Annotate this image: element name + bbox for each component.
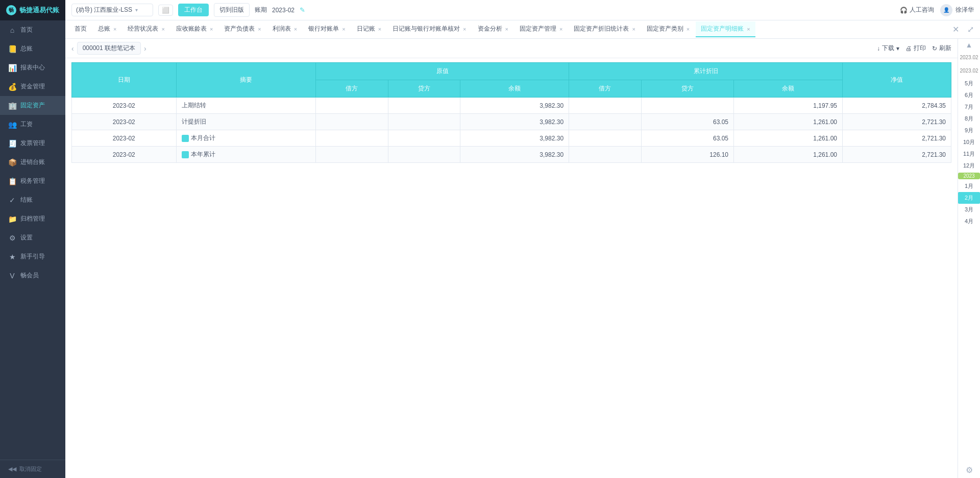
rp-year-badge: 2023: [958, 173, 980, 179]
tab-profit[interactable]: 利润表×: [267, 21, 302, 37]
tab-fa_depr[interactable]: 固定资产折旧统计表×: [569, 21, 640, 37]
cell-net-value: 2,721.30: [842, 147, 951, 163]
rp-month[interactable]: 9月: [958, 125, 980, 136]
tab-fa_class[interactable]: 固定资产类别×: [642, 21, 695, 37]
rp-month[interactable]: 2月: [958, 192, 980, 204]
tab-close-fa_mgmt[interactable]: ×: [559, 26, 562, 32]
rp-month[interactable]: 5月: [958, 78, 980, 89]
sidebar-item-funds[interactable]: 💰资金管理: [0, 77, 65, 96]
tab-close-receivables[interactable]: ×: [210, 26, 213, 32]
tab-fa_mgmt[interactable]: 固定资产管理×: [514, 21, 568, 37]
cell-net-value: 2,784.35: [842, 98, 951, 114]
tab-close-ledger[interactable]: ×: [113, 26, 116, 32]
nav-icon-reports: 📊: [8, 64, 16, 72]
download-button[interactable]: ↓ 下载 ▾: [877, 44, 899, 53]
print-button[interactable]: 🖨 打印: [905, 44, 926, 53]
nav-next-icon[interactable]: ›: [144, 44, 146, 53]
cell-acc-credit: 63.05: [641, 114, 733, 130]
user-area[interactable]: 👤 徐泽华: [940, 4, 974, 16]
tab-close-profit[interactable]: ×: [294, 26, 297, 32]
sidebar-item-home[interactable]: ⌂首页: [0, 20, 65, 39]
th-date: 日期: [72, 63, 177, 98]
company-selector[interactable]: (劝导) 江西服业-LSS ▾: [71, 4, 153, 16]
tab-bank_reconcile[interactable]: 日记账与银行对账单核对×: [387, 21, 471, 37]
tab-balance[interactable]: 资产负债表×: [219, 21, 266, 37]
rp-month[interactable]: 8月: [958, 113, 980, 125]
rp-month[interactable]: 11月: [958, 148, 980, 160]
sidebar-item-payroll[interactable]: 👥工资: [0, 115, 65, 134]
nav-icon-tax: 📋: [8, 177, 16, 185]
sidebar-item-fa[interactable]: 🏢固定资产: [0, 96, 65, 115]
rp-month[interactable]: 10月: [958, 136, 980, 148]
tab-close-bank[interactable]: ×: [342, 26, 345, 32]
sidebar-item-closing[interactable]: ✓结账: [0, 190, 65, 209]
sidebar-unpin[interactable]: ◀◀ 取消固定: [0, 460, 65, 478]
tab-fa_detail[interactable]: 固定资产明细账×: [696, 21, 755, 37]
refresh-button[interactable]: ↻ 刷新: [932, 44, 951, 53]
edit-period-icon[interactable]: ✎: [300, 6, 305, 14]
sidebar-item-archive[interactable]: 📁归档管理: [0, 209, 65, 228]
header-right: 🎧 人工咨询 👤 徐泽华: [900, 4, 974, 16]
support-link[interactable]: 🎧 人工咨询: [900, 6, 934, 14]
nav-prev-icon[interactable]: ‹: [71, 44, 74, 53]
th-orig-debit: 借方: [316, 80, 388, 98]
rp-month[interactable]: 6月: [958, 89, 980, 101]
tab-journal[interactable]: 日记账×: [352, 21, 386, 37]
tab-receivables[interactable]: 应收账龄表×: [171, 21, 218, 37]
tab-close-operations[interactable]: ×: [161, 26, 164, 32]
tab-close-fund_analysis[interactable]: ×: [505, 26, 508, 32]
cell-orig-debit: [316, 130, 388, 147]
tab-close-fa_detail[interactable]: ×: [747, 26, 750, 32]
sidebar-item-invoice[interactable]: 🧾发票管理: [0, 134, 65, 153]
period-label: 账期: [255, 6, 267, 14]
tab-close-fa_class[interactable]: ×: [687, 26, 690, 32]
tab-close-fa_depr[interactable]: ×: [632, 26, 635, 32]
copy-button[interactable]: ⬜: [158, 5, 173, 16]
tab-ledger[interactable]: 总账×: [93, 21, 121, 37]
main-area: (劝导) 江西服业-LSS ▾ ⬜ 工作台 切到旧版 账期 2023-02 ✎ …: [65, 0, 980, 478]
cell-orig-balance: 3,982.30: [460, 98, 569, 114]
cell-orig-balance: 3,982.30: [460, 114, 569, 130]
tab-close-balance[interactable]: ×: [258, 26, 261, 32]
top-header: (劝导) 江西服业-LSS ▾ ⬜ 工作台 切到旧版 账期 2023-02 ✎ …: [65, 0, 980, 20]
tab-fund_analysis[interactable]: 资金分析×: [473, 21, 513, 37]
sidebar-item-sales[interactable]: 📦进销台账: [0, 153, 65, 172]
scroll-up-icon[interactable]: ▲: [964, 39, 975, 51]
sidebar-item-guide[interactable]: ★新手引导: [0, 247, 65, 266]
tab-close-all-icon[interactable]: ✕: [950, 25, 961, 34]
nav-icon-archive: 📁: [8, 215, 16, 223]
download-icon: ↓: [877, 45, 880, 52]
tab-label-ledger: 总账: [98, 25, 110, 33]
sidebar-item-ledger[interactable]: 📒总账: [0, 39, 65, 58]
cell-orig-debit: [316, 147, 388, 163]
settings-icon[interactable]: ⚙: [963, 462, 976, 478]
asset-nav-right: ↓ 下载 ▾ 🖨 打印 ↻ 刷新: [877, 44, 951, 53]
th-desc: 摘要: [176, 63, 316, 98]
cell-orig-credit: [388, 130, 460, 147]
asset-breadcrumb[interactable]: 000001 联想笔记本: [77, 42, 141, 55]
sidebar-item-reports[interactable]: 📊报表中心: [0, 58, 65, 77]
sidebar-item-tax[interactable]: 📋税务管理: [0, 172, 65, 190]
nav-icon-sales: 📦: [8, 158, 16, 166]
rp-month[interactable]: 4月: [958, 216, 980, 227]
sidebar-item-vip[interactable]: V畅会员: [0, 266, 65, 285]
work-bench-button[interactable]: 工作台: [178, 4, 209, 16]
tab-bank[interactable]: 银行对账单×: [303, 21, 350, 37]
tab-close-bank_reconcile[interactable]: ×: [463, 26, 466, 32]
tab-label-home: 首页: [75, 25, 87, 33]
cell-orig-balance: 3,982.30: [460, 147, 569, 163]
rp-month[interactable]: 12月: [958, 160, 980, 172]
switch-version-button[interactable]: 切到旧版: [214, 3, 250, 17]
rp-month[interactable]: 7月: [958, 101, 980, 113]
rp-month[interactable]: 3月: [958, 204, 980, 216]
nav-icon-settings: ⚙: [8, 234, 16, 242]
tab-home[interactable]: 首页: [69, 21, 92, 37]
th-orig-credit: 贷方: [388, 80, 460, 98]
tab-operations[interactable]: 经营状况表×: [122, 21, 169, 37]
sidebar-item-settings[interactable]: ⚙设置: [0, 228, 65, 247]
rp-month[interactable]: 1月: [958, 180, 980, 192]
tab-expand-icon[interactable]: ⤢: [965, 25, 976, 34]
tab-close-journal[interactable]: ×: [378, 26, 381, 32]
tab-label-fa_depr: 固定资产折旧统计表: [574, 25, 629, 33]
nav-label-home: 首页: [20, 26, 33, 34]
